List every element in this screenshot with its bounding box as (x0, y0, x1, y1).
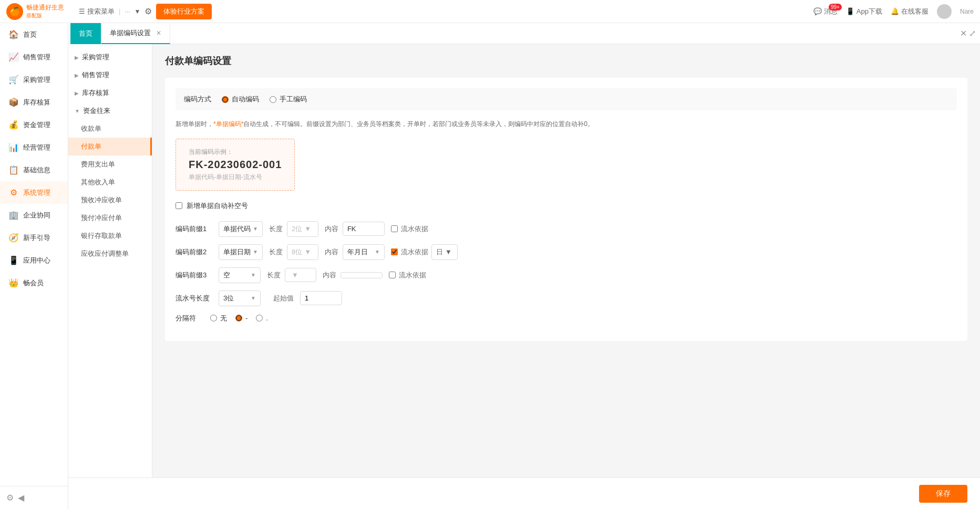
sep-none-label: 无 (220, 314, 227, 323)
sidebar-item-apps[interactable]: 📱 应用中心 (0, 249, 68, 272)
sub-item-expense[interactable]: 费用支出单 (68, 155, 152, 173)
sub-item-prepay-pay[interactable]: 预付冲应付单 (68, 209, 152, 227)
prefix2-stream-checkbox[interactable] (391, 248, 398, 255)
serial-length-select[interactable]: 3位 ▼ (219, 290, 261, 306)
radio-auto-encode[interactable]: 自动编码 (222, 95, 259, 104)
trial-btn[interactable]: 体验行业方案 (156, 4, 212, 19)
header-dropdown-btn[interactable]: ▼ (134, 8, 140, 15)
content-area: 首页 单据编码设置 ✕ ✕ ⤢ ▶ 采购管理 ▶ 销售管理 (68, 23, 980, 509)
header-gear-btn[interactable]: ⚙ (145, 6, 152, 16)
prefix3-label: 编码前缀3 (176, 271, 212, 280)
prefix1-select[interactable]: 单据代码 ▼ (219, 221, 263, 237)
radio-auto-encode-input[interactable] (222, 96, 229, 103)
sub-item-payable-adjust[interactable]: 应收应付调整单 (68, 245, 152, 263)
prefix2-length: 长度 8位 ▼ (269, 244, 318, 260)
radio-manual-encode-input[interactable] (270, 96, 276, 103)
start-value-label: 起始值 (273, 294, 294, 303)
prefix2-stream-select-value: 日 (436, 247, 443, 257)
finance-icon: 💰 (8, 120, 19, 130)
sidebar-settings-btn[interactable]: ⚙ (6, 493, 14, 503)
tab-close-all-btn[interactable]: ✕ (960, 28, 967, 38)
sub-group-inventory[interactable]: ▶ 库存核算 (68, 84, 152, 102)
sep-none[interactable]: 无 (210, 314, 227, 323)
sidebar-item-system[interactable]: ⚙ 系统管理 (0, 181, 68, 204)
sub-item-receipt[interactable]: 收款单 (68, 120, 152, 138)
prefix1-stream-checkbox[interactable] (391, 225, 398, 232)
sep-dot-radio[interactable] (256, 315, 263, 321)
auto-fill-label: 新增单据自动补空号 (187, 201, 248, 211)
header-left: 🍊 畅捷通好生意 搭配版 ☰ 搜索菜单 | ··· ▼ ⚙ 体验行业方案 (6, 3, 212, 20)
base-info-icon: 📋 (8, 165, 19, 175)
main-wrapper: 🏠 首页 📈 销售管理 🛒 采购管理 📦 库存核算 💰 资金管理 📊 经营管理 … (0, 0, 980, 509)
tab-serial-setting[interactable]: 单据编码设置 ✕ (101, 23, 170, 44)
prefix2-length-select[interactable]: 8位 ▼ (287, 244, 318, 260)
sidebar-item-finance[interactable]: 💰 资金管理 (0, 113, 68, 136)
sub-item-payment[interactable]: 付款单 (68, 138, 152, 155)
sidebar-item-operations[interactable]: 📊 经营管理 (0, 136, 68, 159)
sep-none-radio[interactable] (210, 315, 217, 321)
message-btn[interactable]: 💬 消息 99+ (813, 7, 838, 16)
prefix2-select[interactable]: 单据日期 ▼ (219, 244, 263, 260)
sidebar-item-members[interactable]: 👑 畅会员 (0, 272, 68, 294)
sidebar-item-home[interactable]: 🏠 首页 (0, 23, 68, 46)
sep-dash-label: - (245, 314, 247, 322)
sub-item-bank[interactable]: 银行存取款单 (68, 227, 152, 245)
auto-fill-checkbox[interactable] (176, 202, 182, 209)
online-service-btn[interactable]: 🔔 在线客服 (891, 7, 929, 16)
sidebar-label-inventory: 库存核算 (23, 98, 50, 107)
serial-label: 流水号长度 (176, 294, 212, 303)
user-name: Nare (960, 8, 974, 15)
sub-group-purchase-label: 采购管理 (82, 53, 109, 62)
search-menu-btn[interactable]: ☰ 搜索菜单 (79, 7, 115, 16)
start-value-input[interactable] (300, 291, 342, 305)
tab-restore-btn[interactable]: ⤢ (969, 28, 976, 38)
tab-home[interactable]: 首页 (70, 23, 101, 44)
sub-item-prepay-recv[interactable]: 预收冲应收单 (68, 191, 152, 209)
sep-dot[interactable]: . (256, 314, 268, 322)
download-icon: 📱 (846, 7, 854, 15)
purchase-icon: 🛒 (8, 75, 19, 85)
serial-row: 流水号长度 3位 ▼ 起始值 (176, 290, 957, 306)
prefix3-content-value (341, 272, 383, 278)
prefix2-content-select[interactable]: 年月日 ▼ (343, 244, 385, 260)
sidebar-label-enterprise: 企业协同 (23, 211, 50, 220)
prefix1-length: 长度 2位 ▼ (269, 221, 318, 237)
save-btn[interactable]: 保存 (919, 485, 967, 503)
sidebar-label-purchase: 采购管理 (23, 75, 50, 85)
sep-dash[interactable]: - (235, 314, 247, 322)
prefix1-stream-label: 流水依据 (401, 224, 428, 234)
prefix1-select-value: 单据代码 (223, 224, 251, 234)
sidebar-item-enterprise[interactable]: 🏢 企业协同 (0, 204, 68, 226)
sub-group-purchase[interactable]: ▶ 采购管理 (68, 48, 152, 66)
prefix2-stream: 流水依据 日 ▼ (391, 244, 458, 260)
sub-group-sales-label: 销售管理 (82, 70, 109, 80)
app-download-btn[interactable]: 📱 App下载 (846, 7, 882, 16)
prefix3-select-value: 空 (223, 271, 230, 280)
prefix1-length-select[interactable]: 2位 ▼ (287, 221, 318, 237)
sidebar-label-members: 畅会员 (23, 278, 44, 288)
sub-group-inventory-label: 库存核算 (82, 88, 109, 98)
prefix2-stream-select[interactable]: 日 ▼ (431, 244, 458, 260)
sidebar-label-system: 系统管理 (23, 188, 50, 198)
prefix3-select[interactable]: 空 ▼ (219, 267, 261, 283)
sidebar-item-base-info[interactable]: 📋 基础信息 (0, 159, 68, 181)
sep-dash-radio[interactable] (235, 315, 242, 321)
radio-manual-encode[interactable]: 手工编码 (270, 95, 307, 104)
prefix3-length-select[interactable]: ▼ (285, 268, 316, 282)
sidebar-collapse-btn[interactable]: ◀ (18, 493, 24, 503)
sidebar: 🏠 首页 📈 销售管理 🛒 采购管理 📦 库存核算 💰 资金管理 📊 经营管理 … (0, 23, 68, 509)
sidebar-item-inventory[interactable]: 📦 库存核算 (0, 91, 68, 113)
sub-group-capital[interactable]: ▼ 资金往来 (68, 102, 152, 120)
sidebar-item-guide[interactable]: 🧭 新手引导 (0, 226, 68, 249)
prefix3-stream-checkbox[interactable] (389, 272, 396, 278)
user-avatar[interactable] (937, 4, 952, 19)
prefix2-content: 内容 年月日 ▼ (325, 244, 385, 260)
sub-item-other-income[interactable]: 其他收入单 (68, 173, 152, 191)
sidebar-item-sales[interactable]: 📈 销售管理 (0, 46, 68, 68)
prefix2-length-value: 8位 (292, 247, 302, 257)
tab-bar-actions: ✕ ⤢ (960, 28, 980, 38)
inner-content: ▶ 采购管理 ▶ 销售管理 ▶ 库存核算 ▼ 资金往来 收款单 付款单 费用支出… (68, 44, 980, 477)
tab-close-btn[interactable]: ✕ (156, 29, 161, 37)
sidebar-item-purchase[interactable]: 🛒 采购管理 (0, 68, 68, 91)
sub-group-sales[interactable]: ▶ 销售管理 (68, 66, 152, 84)
